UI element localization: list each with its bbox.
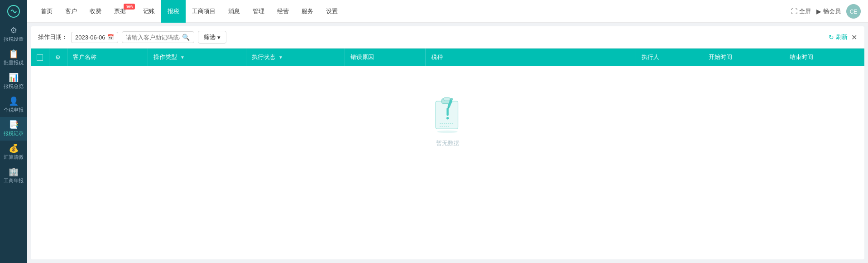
th-operation-type: 操作类型 ▼: [148, 49, 246, 66]
empty-text: 暂无数据: [436, 139, 460, 147]
settings-icon: ⚙: [10, 26, 17, 34]
table-body: 暂无数据: [31, 66, 864, 175]
nav-item-industry[interactable]: 工商项目: [186, 0, 222, 23]
th-error-reason: 错误原因: [345, 49, 426, 66]
sidebar-item-label: 个税申报: [4, 107, 24, 113]
date-value: 2023-06-06: [75, 34, 106, 41]
th-checkbox[interactable]: [31, 49, 49, 66]
user-avatar[interactable]: CE: [846, 4, 861, 19]
sidebar-item-huisuan-jiaona[interactable]: 💰 汇算清缴: [0, 141, 27, 164]
refresh-button[interactable]: ↻ 刷新: [829, 33, 848, 41]
sidebar-item-label: 批量报税: [4, 59, 24, 66]
th-start-time: 开始时间: [703, 49, 784, 66]
calendar-icon: 📅: [107, 34, 114, 40]
search-input[interactable]: [126, 34, 180, 41]
date-label: 操作日期：: [38, 33, 67, 41]
nav-item-tax[interactable]: 报税: [161, 0, 186, 23]
date-picker[interactable]: 2023-06-06 📅: [71, 32, 118, 43]
table-empty-row: 暂无数据: [31, 66, 864, 175]
topnav-menu: 首页 客户 收费 票据 new 记账 报税 工商项目 消息: [34, 0, 791, 23]
nav-item-service[interactable]: 服务: [295, 0, 320, 23]
sidebar-item-gongshang-nianbao[interactable]: 🏢 工商年报: [0, 164, 27, 188]
sidebar-item-label: 汇算清缴: [4, 154, 24, 161]
settings-icon: ⚙: [55, 54, 61, 61]
sidebar-item-baoshui-shezhi[interactable]: ⚙ 报税设置: [0, 23, 27, 46]
svg-text:CE: CE: [850, 9, 858, 15]
batch-icon: 📋: [9, 50, 19, 58]
empty-state: 暂无数据: [31, 66, 864, 175]
play-icon: ▶: [816, 8, 821, 15]
fullscreen-icon: ⛶: [791, 8, 797, 15]
svg-rect-6: [446, 107, 449, 116]
th-customer-name: 客户名称: [67, 49, 148, 66]
fullscreen-btn[interactable]: ⛶ 全屏: [791, 7, 811, 15]
sidebar-item-label: 工商年报: [4, 177, 24, 184]
sidebar-item-piliang-baoshui[interactable]: 📋 批量报税: [0, 46, 27, 70]
search-icon: 🔍: [182, 34, 190, 41]
topnav: 首页 客户 收费 票据 new 记账 报税 工商项目 消息: [27, 0, 868, 23]
th-exec-status: 执行状态 ▼: [246, 49, 345, 66]
table-header-row: ⚙ 客户名称 操作类型 ▼ 执行状态 ▼: [31, 49, 864, 66]
member-btn[interactable]: ▶ 畅会员: [816, 7, 841, 15]
nav-item-account[interactable]: 记账: [137, 0, 161, 23]
search-input-wrap: 🔍: [122, 31, 194, 43]
filter-icon: ▼: [180, 55, 185, 60]
sidebar-item-geshuishen-bao[interactable]: 👤 个税申报: [0, 93, 27, 117]
filter-button[interactable]: 筛选 ▾: [198, 31, 226, 44]
sidebar: ⚙ 报税设置 📋 批量报税 📊 报税总览 👤 个税申报 📑 报税记录 💰 汇算清…: [0, 0, 27, 263]
header-checkbox[interactable]: [37, 54, 43, 61]
refresh-icon: ↻: [829, 34, 834, 41]
overview-icon: 📊: [9, 73, 19, 82]
nav-item-manage[interactable]: 管理: [246, 0, 271, 23]
nav-item-home[interactable]: 首页: [34, 0, 59, 23]
nav-item-invoice[interactable]: 票据 new: [108, 0, 137, 23]
nav-item-settings[interactable]: 设置: [320, 0, 344, 23]
sidebar-item-baoshui-zonglam[interactable]: 📊 报税总览: [0, 70, 27, 93]
person-icon: 👤: [9, 97, 19, 105]
sidebar-item-label: 报税总览: [4, 83, 24, 90]
sidebar-item-label: 报税记录: [4, 130, 24, 137]
svg-point-7: [446, 117, 448, 119]
table-container: ⚙ 客户名称 操作类型 ▼ 执行状态 ▼: [31, 49, 864, 259]
money-icon: 💰: [9, 144, 19, 152]
sidebar-item-baoshui-jilu[interactable]: 📑 报税记录: [0, 117, 27, 141]
th-end-time: 结束时间: [784, 49, 864, 66]
th-settings[interactable]: ⚙: [49, 49, 67, 66]
svg-point-13: [437, 131, 457, 133]
nav-item-finance[interactable]: 经营: [271, 0, 295, 23]
filter-label: 筛选: [204, 33, 216, 41]
svg-rect-5: [444, 97, 450, 101]
chevron-down-icon: ▾: [217, 34, 221, 41]
nav-item-customer[interactable]: 客户: [59, 0, 83, 23]
th-tax-type: 税种: [426, 49, 636, 66]
close-button[interactable]: ✕: [851, 33, 857, 42]
filter-icon: ▼: [278, 55, 283, 60]
toolbar: 操作日期： 2023-06-06 📅 🔍 筛选 ▾ ↻ 刷新 ✕: [31, 26, 864, 49]
record-icon: 📑: [9, 121, 19, 129]
nav-item-fees[interactable]: 收费: [83, 0, 108, 23]
nav-item-message[interactable]: 消息: [222, 0, 246, 23]
new-badge: new: [124, 4, 135, 10]
data-table: ⚙ 客户名称 操作类型 ▼ 执行状态 ▼: [31, 49, 864, 175]
building-icon: 🏢: [9, 168, 19, 176]
sidebar-logo: [0, 0, 27, 23]
th-executor: 执行人: [636, 49, 703, 66]
empty-illustration: [427, 93, 468, 134]
topnav-right: ⛶ 全屏 ▶ 畅会员 CE: [791, 4, 861, 19]
page-area: 操作日期： 2023-06-06 📅 🔍 筛选 ▾ ↻ 刷新 ✕: [27, 23, 868, 263]
sidebar-item-label: 报税设置: [4, 36, 24, 43]
main-content: 首页 客户 收费 票据 new 记账 报税 工商项目 消息: [27, 0, 868, 263]
